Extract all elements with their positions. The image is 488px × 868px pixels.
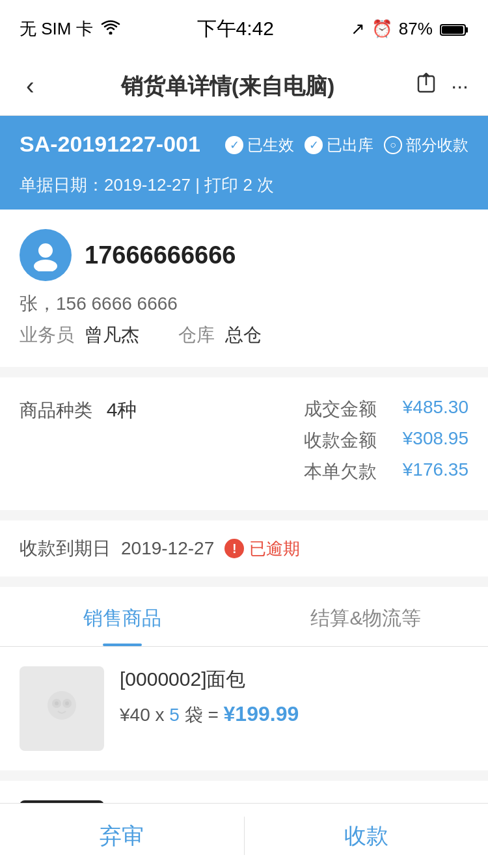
debt-amount-row: 本单欠款 ¥176.35 — [304, 459, 468, 484]
svg-point-7 — [34, 260, 57, 271]
warehouse-label: 仓库 — [178, 325, 215, 345]
sales-value: 曾凡杰 — [85, 325, 139, 345]
sales-label: 业务员 — [20, 325, 74, 345]
svg-point-6 — [38, 243, 53, 258]
status-time: 下午4:42 — [197, 16, 274, 42]
customer-section: 17666666666 张，156 6666 6666 业务员 曾凡杰 仓库 总… — [0, 210, 488, 367]
due-date-value: 2019-12-27 — [121, 538, 214, 559]
order-badges: ✓ 已生效 ✓ 已出库 ○ 部分收款 — [225, 135, 468, 156]
overdue-text: 已逾期 — [249, 537, 300, 560]
deal-amount-label: 成交金额 — [304, 397, 377, 422]
sales-info: 业务员 曾凡杰 — [20, 323, 139, 347]
nav-title: 销货单详情(来自电脑) — [121, 72, 335, 102]
order-date: 单据日期：2019-12-27 | 打印 2 次 — [20, 174, 468, 197]
svg-point-11 — [55, 701, 59, 705]
deal-amount-row: 成交金额 ¥485.30 — [304, 397, 468, 422]
overdue-alert-icon: ! — [224, 539, 244, 558]
svg-rect-3 — [442, 26, 463, 34]
clock-icon: ○ — [384, 136, 402, 154]
customer-info-row: 17666666666 — [20, 229, 468, 281]
svg-point-12 — [65, 701, 69, 705]
badge-effective: ✓ 已生效 — [225, 135, 294, 156]
received-value: ¥308.95 — [403, 428, 468, 453]
back-button[interactable]: ‹ — [20, 66, 41, 107]
product-name-1: [0000002]面包 — [120, 666, 468, 693]
warehouse-value: 总仓 — [225, 325, 262, 345]
stats-section: 商品种类 4种 成交金额 ¥485.30 收款金额 ¥308.95 本单欠款 ¥… — [0, 377, 488, 510]
tab-settlement-logistics[interactable]: 结算&物流等 — [244, 587, 488, 646]
battery-label: 87% — [399, 19, 468, 39]
due-date-section: 收款到期日 2019-12-27 ! 已逾期 — [0, 521, 488, 576]
badge-shipped: ✓ 已出库 — [305, 135, 373, 156]
status-bar: 无 SIM 卡 下午4:42 ↗ ⏰ 87% — [0, 0, 488, 57]
deal-amount-value: ¥485.30 — [403, 397, 468, 422]
nav-actions: ··· — [414, 72, 468, 101]
amount-stats: 成交金额 ¥485.30 收款金额 ¥308.95 本单欠款 ¥176.35 — [304, 397, 468, 491]
customer-id: 17666666666 — [85, 241, 236, 269]
received-amount-row: 收款金额 ¥308.95 — [304, 428, 468, 453]
product-info-1: [0000002]面包 ¥40 x 5 袋 = ¥199.99 — [120, 666, 468, 727]
product-item-1: [0000002]面包 ¥40 x 5 袋 = ¥199.99 — [0, 647, 488, 770]
badge-partial-payment: ○ 部分收款 — [384, 135, 468, 156]
due-date-label: 收款到期日 — [20, 536, 111, 561]
received-label: 收款金额 — [304, 428, 377, 453]
location-icon: ↗ — [351, 19, 365, 39]
svg-point-0 — [109, 31, 112, 34]
product-qty-1: 5 — [169, 705, 180, 725]
carrier-label: 无 SIM 卡 — [20, 18, 93, 40]
warehouse-info: 仓库 总仓 — [178, 323, 262, 347]
collect-payment-button[interactable]: 收款 — [245, 804, 489, 868]
svg-rect-2 — [465, 27, 468, 33]
status-left: 无 SIM 卡 — [20, 18, 120, 40]
product-price-1: ¥40 x 5 袋 = ¥199.99 — [120, 702, 468, 727]
wifi-icon — [101, 19, 120, 39]
bottom-bar: 弃审 收款 — [0, 803, 488, 868]
product-tabs: 销售商品 结算&物流等 — [0, 587, 488, 647]
nav-bar: ‹ 销货单详情(来自电脑) ··· — [0, 57, 488, 116]
product-total-1: ¥199.99 — [224, 702, 299, 726]
customer-meta: 业务员 曾凡杰 仓库 总仓 — [20, 323, 468, 347]
customer-avatar — [20, 229, 72, 281]
debt-value: ¥176.35 — [403, 459, 468, 484]
debt-label: 本单欠款 — [304, 459, 377, 484]
cancel-audit-button[interactable]: 弃审 — [0, 804, 244, 868]
check-icon: ✓ — [225, 136, 243, 154]
customer-name-phone: 张，156 6666 6666 — [20, 292, 468, 316]
svg-point-8 — [47, 691, 76, 720]
tab-sales-products[interactable]: 销售商品 — [0, 587, 244, 646]
order-header-banner: SA-20191227-001 ✓ 已生效 ✓ 已出库 ○ 部分收款 单据日期：… — [0, 116, 488, 210]
overdue-badge: ! 已逾期 — [224, 537, 300, 560]
alarm-icon: ⏰ — [372, 19, 392, 39]
order-id: SA-20191227-001 — [20, 131, 200, 157]
more-button[interactable]: ··· — [451, 74, 468, 98]
check-icon-2: ✓ — [305, 136, 323, 154]
product-category: 商品种类 4种 — [20, 397, 137, 424]
status-right: ↗ ⏰ 87% — [351, 19, 468, 39]
product-thumb-1 — [20, 666, 104, 751]
share-button[interactable] — [414, 72, 438, 101]
category-count: 4种 — [107, 399, 137, 420]
category-label: 商品种类 — [20, 400, 92, 420]
